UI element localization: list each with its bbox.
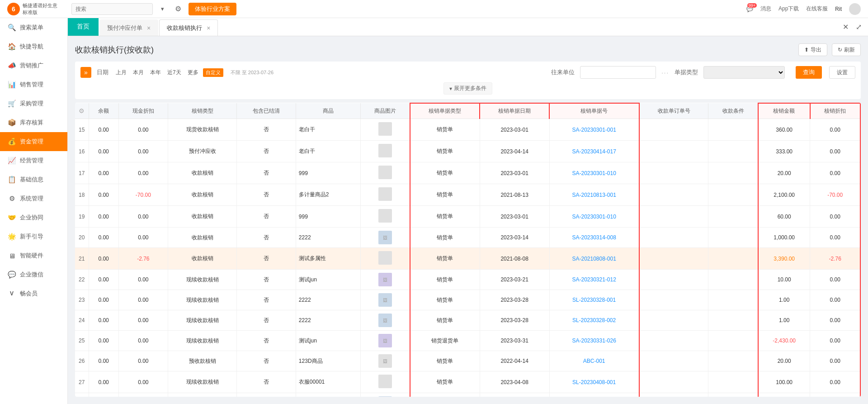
sidebar-label-sales: 销售管理 — [20, 81, 43, 89]
export-label: 导出 — [811, 46, 821, 54]
cell-id: 18 — [75, 184, 89, 206]
date-last-month[interactable]: 上月 — [114, 68, 128, 77]
tab-receipt[interactable]: 收款核销执行 × — [159, 19, 218, 36]
operations-icon: 📈 — [7, 157, 16, 165]
expand-more-btn[interactable]: ▾ 展开更多条件 — [443, 82, 492, 95]
cell-cancel-type: 销货单 — [410, 228, 480, 248]
table-row: 25 0.00 0.00 现续收款核销 否 测试jun 🖼 销货退货单 2023… — [75, 331, 860, 351]
home-icon: 🏠 — [7, 43, 16, 51]
cancel-no-link[interactable]: SA-20230331-026 — [572, 337, 616, 344]
cancel-no-link[interactable]: SA-20230301-010 — [572, 214, 616, 220]
cell-goods: 999 — [296, 162, 360, 184]
cancel-no-link[interactable]: SA-20230321-012 — [572, 276, 616, 283]
refresh-icon: ↻ — [838, 47, 842, 53]
date-more[interactable]: 更多 — [186, 68, 200, 77]
cell-receipt-no — [639, 371, 708, 393]
cancel-no-link[interactable]: SA-20230301-001 — [572, 127, 616, 133]
logo-text: 畅捷通谱好生意 — [23, 2, 57, 9]
cancel-no-link[interactable]: SL-20230328-002 — [572, 317, 616, 323]
search-input[interactable] — [71, 3, 153, 15]
tab-receipt-close[interactable]: × — [207, 24, 210, 32]
cell-goods-img — [360, 248, 410, 270]
cancel-no-link[interactable]: SA-20230301-010 — [572, 170, 616, 176]
cell-cancel-no: SA-20210813-001 — [549, 184, 639, 206]
industry-btn[interactable]: 体验行业方案 — [189, 3, 236, 15]
sales-icon: 📊 — [7, 81, 16, 89]
goods-image — [378, 375, 392, 388]
expand-icon[interactable]: ⤢ — [854, 21, 863, 33]
settings-btn[interactable]: ⚙ — [172, 3, 184, 15]
sidebar-item-funds[interactable]: 💰 资金管理 — [0, 132, 67, 151]
cancel-no-link[interactable]: SA-20230314-008 — [572, 234, 616, 241]
system-icon: ⚙ — [7, 195, 16, 203]
sidebar-item-system[interactable]: ⚙ 系统管理 — [0, 189, 67, 208]
dropdown-btn[interactable]: ▾ — [157, 3, 168, 15]
cell-balance: 0.00 — [89, 371, 118, 393]
sidebar-label-enterprise: 企业协同 — [20, 214, 43, 222]
sidebar-item-guide[interactable]: 🌟 新手引导 — [0, 227, 67, 246]
close-window-icon[interactable]: ✕ — [841, 21, 850, 33]
cell-cancel-discount: 0.00 — [810, 290, 860, 310]
col-header-cancel-date: 核销单据日期 — [480, 103, 549, 119]
date-this-month[interactable]: 本月 — [131, 68, 146, 77]
setting-button[interactable]: 设置 — [829, 66, 855, 79]
cell-cash-discount: 0.00 — [118, 228, 168, 248]
sidebar-item-sales[interactable]: 📊 销售管理 — [0, 75, 67, 94]
cell-cancel-discount: 0.00 — [810, 351, 860, 371]
refresh-button[interactable]: ↻ 刷新 — [832, 43, 861, 56]
sidebar-item-basic[interactable]: 📋 基础信息 — [0, 170, 67, 189]
cell-cash-discount: 0.00 — [118, 351, 168, 371]
expand-filter-btn[interactable]: » — [80, 67, 91, 78]
sidebar-item-quick-nav[interactable]: 🏠 快捷导航 — [0, 37, 67, 56]
cancel-no-link[interactable]: SL-20230408-001 — [572, 379, 616, 385]
cell-cancel-no: SL-20230408-001 — [549, 371, 639, 393]
cancel-no-link[interactable]: SA-20230414-017 — [572, 148, 616, 155]
single-type-select[interactable] — [703, 66, 785, 79]
tab-prepay[interactable]: 预付冲应付单 × — [99, 19, 158, 36]
date-7days[interactable]: 近7天 — [165, 68, 183, 77]
message-icon[interactable]: 💬 99+ — [746, 6, 753, 12]
query-button[interactable]: 查询 — [796, 66, 822, 79]
export-button[interactable]: ⬆ 导出 — [798, 43, 827, 56]
cell-cancel-discount: 0.00 — [810, 270, 860, 290]
cell-type: 现续收款核销 — [168, 310, 236, 331]
from-unit-input[interactable] — [580, 66, 656, 79]
cell-cancel-date: 2023-03-31 — [480, 331, 549, 351]
sidebar-item-member[interactable]: V 畅会员 — [0, 284, 67, 303]
main-layout: 🔍 搜索菜单 🏠 快捷导航 📣 营销推广 📊 销售管理 🛒 采购管理 📦 库存核… — [0, 18, 868, 404]
sidebar-item-operations[interactable]: 📈 经营管理 — [0, 151, 67, 170]
goods-image: 🖼 — [378, 314, 392, 327]
date-this-year[interactable]: 本年 — [148, 68, 163, 77]
app-download[interactable]: App下载 — [778, 5, 799, 13]
cell-receipt-cond — [708, 162, 758, 184]
cell-cancel-amount: 3,390.00 — [758, 248, 810, 270]
gear-icon[interactable]: ⚙ — [79, 107, 85, 114]
cell-id: 17 — [75, 162, 89, 184]
cancel-no-link[interactable]: SA-20210813-001 — [572, 192, 616, 198]
sidebar-item-enterprise[interactable]: 🤝 企业协同 — [0, 208, 67, 227]
cancel-no-link[interactable]: SA-20210808-001 — [572, 256, 616, 262]
top-bar: 6 畅捷通谱好生意 标准版 ▾ ⚙ 体验行业方案 💬 99+ 消息 App下载 … — [0, 0, 868, 18]
sidebar-item-hardware[interactable]: 🖥 智能硬件 — [0, 246, 67, 265]
avatar[interactable] — [849, 3, 861, 15]
sidebar-label-inventory: 库存核算 — [20, 119, 43, 127]
cancel-no-link[interactable]: SL-20230328-001 — [572, 297, 616, 303]
col-header-cancel-type: 核销单据类型 — [410, 103, 480, 119]
cell-receipt-cond — [708, 206, 758, 228]
cell-cancel-amount: 10.00 — [758, 270, 810, 290]
sidebar-item-wechat[interactable]: 💬 企业微信 — [0, 265, 67, 284]
funds-icon: 💰 — [7, 138, 16, 146]
tab-prepay-close[interactable]: × — [147, 24, 151, 32]
sidebar-item-inventory[interactable]: 📦 库存核算 — [0, 113, 67, 132]
goods-image — [378, 187, 392, 201]
cell-goods-img: 🖼 — [360, 351, 410, 371]
user-name[interactable]: Rit — [835, 6, 842, 12]
sidebar-item-marketing[interactable]: 📣 营销推广 — [0, 56, 67, 75]
sidebar-item-purchase[interactable]: 🛒 采购管理 — [0, 94, 67, 113]
online-service[interactable]: 在线客服 — [806, 5, 828, 13]
sidebar-item-search[interactable]: 🔍 搜索菜单 — [0, 18, 67, 37]
cancel-no-link[interactable]: ABC-001 — [583, 358, 605, 364]
tab-home[interactable]: 首页 — [68, 18, 99, 36]
date-custom[interactable]: 自定义 — [203, 68, 223, 77]
cell-cancel-discount: 0.00 — [810, 310, 860, 331]
